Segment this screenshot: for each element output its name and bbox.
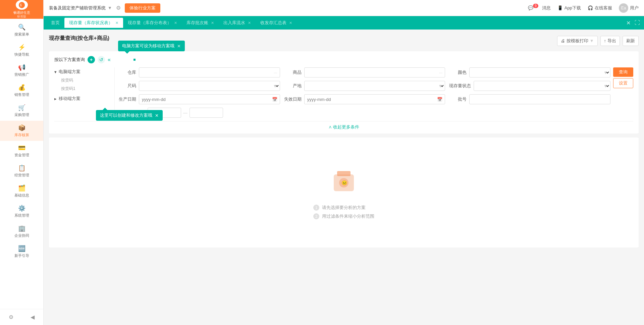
origin-field: 产地 ▼: [284, 81, 445, 91]
system-settings-btn[interactable]: ⚙: [116, 5, 121, 11]
message-icon: 💬: [528, 5, 533, 10]
sidebar-item-enterprise[interactable]: 🏢 企业协同: [0, 221, 43, 241]
refresh-btn[interactable]: 刷新: [623, 36, 639, 46]
sidebar-bottom: ⚙ ◀: [0, 309, 43, 325]
online-service-btn[interactable]: 🎧 在线客服: [588, 5, 612, 11]
system-title-text: 装备及固定资产辅助管理系统: [49, 5, 106, 11]
app-download-btn[interactable]: 📱 App下载: [557, 5, 581, 11]
print-dropdown-icon: ▼: [590, 38, 594, 43]
tab-batch-account-close[interactable]: ✕: [211, 21, 214, 25]
system-title-dropdown-icon[interactable]: ▼: [108, 5, 112, 10]
expire-date-label: 失效日期: [284, 96, 302, 102]
stock-qty-to-input[interactable]: [190, 108, 223, 118]
stock-status-select[interactable]: [474, 81, 610, 91]
phone-icon: 📱: [557, 5, 563, 10]
print-btn[interactable]: 🖨 按模板打印 ▼: [557, 36, 598, 46]
sidebar-item-quick-nav[interactable]: ⚡ 快捷导航: [0, 40, 43, 60]
sidebar-item-guide[interactable]: 🆕 新手引导: [0, 241, 43, 262]
filter-add-btn[interactable]: +: [88, 56, 95, 63]
tab-inout-flow-close[interactable]: ✕: [248, 21, 251, 25]
scheme-pc-group[interactable]: ▾ 电脑端方案: [54, 67, 110, 76]
finance-icon: 💳: [18, 144, 25, 152]
filter-arrow-btn[interactable]: «: [108, 57, 111, 63]
expire-date-field: 失效日期 📅: [284, 94, 445, 104]
tab-home[interactable]: 首页: [46, 18, 64, 28]
scheme-item-huoma[interactable]: 按货码: [60, 76, 110, 85]
service-icon: 🎧: [588, 5, 593, 10]
sidebar-item-search[interactable]: 🔍 搜索菜单: [0, 20, 43, 40]
sidebar-settings-btn[interactable]: ⚙: [7, 312, 15, 322]
goods-input[interactable]: [304, 67, 445, 77]
guide-icon: 🆕: [18, 245, 25, 252]
color-select[interactable]: [469, 67, 610, 77]
tab-home-label: 首页: [51, 20, 60, 26]
sidebar-item-finance[interactable]: 💳 资金管理: [0, 141, 43, 161]
color-label: 颜色: [449, 69, 467, 75]
batch-label: 批号: [449, 96, 467, 102]
sidebar-collapse-btn[interactable]: ◀: [29, 312, 37, 322]
operations-icon: 📋: [18, 164, 25, 172]
tab-bar: 首页 现存量（库存状况表） ✕ 现存量（库存分布表） ✕ 库存批次账 ✕ 出入库…: [44, 16, 644, 30]
goods-input-wrap: ···: [304, 67, 445, 77]
trial-button[interactable]: 体验行业方案: [125, 3, 160, 13]
sidebar-item-base-info[interactable]: 🗂️ 基础信息: [0, 181, 43, 201]
sidebar-item-label-system: 系统管理: [14, 213, 29, 218]
color-select-wrap: ▼: [469, 67, 610, 77]
tab-inventory-dist-close[interactable]: ✕: [174, 21, 177, 25]
filter-refresh-btn[interactable]: ↺: [98, 56, 105, 63]
tab-stock-summary[interactable]: 收发存汇总表 ✕: [256, 18, 297, 28]
size-select[interactable]: [139, 81, 280, 91]
tooltip2-close[interactable]: ✕: [155, 113, 159, 118]
tab-stock-summary-close[interactable]: ✕: [289, 21, 292, 25]
sidebar-item-system[interactable]: ⚙️ 系统管理: [0, 201, 43, 221]
message-btn[interactable]: 💬 9 消息: [528, 5, 551, 11]
tab-batch-account[interactable]: 库存批次账 ✕: [182, 18, 219, 28]
sidebar-item-marketing[interactable]: 📢 营销推广: [0, 60, 43, 80]
tooltip1-close[interactable]: ✕: [177, 44, 181, 49]
export-btn[interactable]: ↑ 导出: [600, 36, 620, 46]
step1-num: 1: [313, 205, 319, 211]
collapse-label: 收起更多条件: [333, 124, 359, 129]
tab-inventory-status[interactable]: 现存量（库存状况表） ✕: [64, 18, 123, 28]
scheme-pc-children: 按货码 按货码1: [54, 76, 110, 93]
query-btn[interactable]: 查询: [613, 67, 633, 77]
warehouse-input[interactable]: [139, 67, 280, 77]
filter-header: 按以下方案查询 + ↺ « 电脑方案可设为移动方案哦 ✕: [54, 56, 633, 63]
export-icon: ↑: [604, 38, 606, 43]
collapse-row[interactable]: ∧ 收起更多条件: [54, 121, 633, 133]
step2-text: 用过滤条件来缩小分析范围: [322, 212, 374, 221]
logo-text: 畅通好生意 标准版: [13, 10, 30, 19]
purchase-icon: 🛒: [18, 104, 25, 111]
tab-inout-flow[interactable]: 出入库流水 ✕: [219, 18, 256, 28]
batch-input-wrap: [469, 94, 610, 104]
sidebar-item-sales[interactable]: 💰 销售管理: [0, 80, 43, 101]
user-area[interactable]: Ea 用户: [619, 3, 639, 13]
empty-illustration: 😐: [327, 164, 361, 198]
size-field: 尺码 ▼: [119, 81, 280, 91]
svg-rect-3: [337, 171, 351, 176]
sidebar-item-label-marketing: 营销推广: [14, 72, 29, 77]
empty-step2: 2 用过滤条件来缩小分析范围: [313, 212, 374, 221]
sidebar-item-purchase[interactable]: 🛒 采购管理: [0, 101, 43, 121]
filter-header-label: 按以下方案查询: [54, 57, 85, 63]
sidebar-item-inventory[interactable]: 📦 库存核算: [0, 121, 43, 141]
tab-close-all-btn[interactable]: ✕: [625, 18, 632, 28]
query-buttons: 查询 设置: [613, 67, 633, 121]
goods-field: 商品 ···: [284, 67, 445, 77]
enterprise-icon: 🏢: [18, 225, 25, 232]
prod-date-input[interactable]: [139, 94, 280, 104]
origin-select[interactable]: [304, 81, 445, 91]
tooltip1-text: 电脑方案可设为移动方案哦: [122, 43, 174, 49]
expire-date-input-wrap: 📅: [304, 94, 445, 104]
set-btn[interactable]: 设置: [613, 78, 633, 88]
sidebar-logo: 6 畅通好生意 标准版: [0, 0, 43, 19]
tab-inventory-dist[interactable]: 现存量（库存分布表） ✕: [123, 18, 182, 28]
tab-inventory-status-close[interactable]: ✕: [115, 21, 118, 25]
expire-date-input[interactable]: [304, 94, 445, 104]
quicknav-icon: ⚡: [18, 44, 25, 51]
tab-fullscreen-btn[interactable]: ⛶: [633, 18, 641, 27]
scheme-item-huoma1[interactable]: 按货码1: [60, 85, 110, 93]
batch-input[interactable]: [469, 94, 610, 104]
scheme-mobile-group[interactable]: ▸ 移动端方案: [54, 94, 110, 103]
sidebar-item-operations[interactable]: 📋 经营管理: [0, 161, 43, 181]
